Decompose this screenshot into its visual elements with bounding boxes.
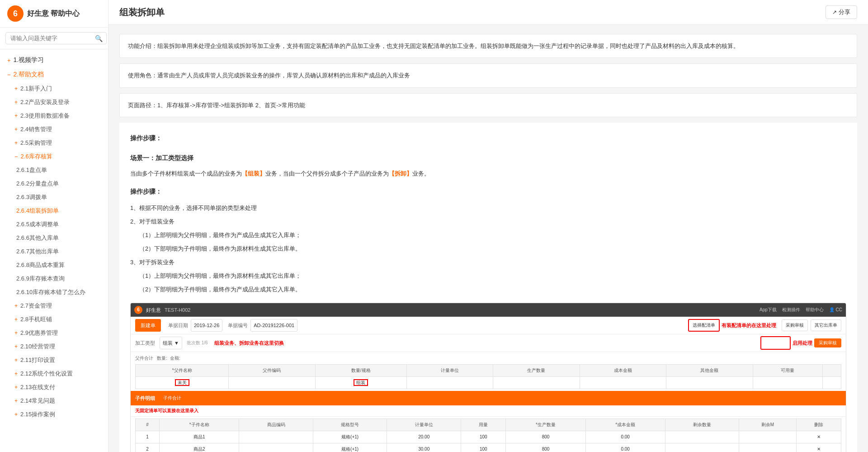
sidebar-leaf-2-6-3[interactable]: 2.6.3调拨单	[0, 190, 108, 204]
sidebar-item-inventory[interactable]: − 2.6库存核算	[0, 150, 108, 163]
ss-topbar: 6 好生意 TEST-H002 App下载 检测插件 帮助中心 👤 CC	[131, 303, 846, 317]
sidebar-leaf-2-6-8[interactable]: 2.6.8商品成本重算	[0, 258, 108, 272]
sub-table-row: 2 商品2 规格(+1) 30.00 100 800 0.00	[136, 443, 841, 452]
sth-remain: 剩余数量	[665, 419, 739, 431]
std-name-1: 商品1	[160, 431, 239, 443]
sidebar-item-docs[interactable]: − 2.帮助文档	[0, 67, 108, 82]
ss-check-plugin: 检测插件	[782, 305, 800, 314]
minus-icon: −	[7, 71, 11, 78]
td-other	[666, 377, 753, 389]
sidebar-item-ops[interactable]: + 2.10经营管理	[0, 340, 108, 353]
ss-btn-approve[interactable]: 采购审核	[782, 319, 808, 331]
sidebar: 6 好生意 帮助中心 🔍 + 1.视频学习 − 2.帮助文档 + 2.1新手入门…	[0, 0, 108, 452]
step2-1: （1）上部明细为父件明细，最终作为产成品生成其它入库单；	[139, 229, 846, 241]
ss-top-table: *父件名称 父件编码 数量/规格 计量单位 生产数量 成本金额 其他金额 可用量	[135, 364, 841, 389]
sidebar-item-faq[interactable]: + 2.14常见问题	[0, 394, 108, 408]
ss-type-select[interactable]: 组装 ▼	[160, 337, 182, 349]
content-block: 操作步骤： 场景一：加工类型选择 当由多个子件材料组装成一个成品的业务为【组装】…	[119, 123, 857, 452]
ss-top-table-label: 父件合计 数量: 金额:	[135, 354, 841, 363]
ss-ann-row: 无固定清单可以直接在这里录入	[131, 405, 846, 417]
std-spec-1: 规格(+1)	[313, 431, 387, 443]
ss-toolbar: 新建单 单据日期 2019-12-26 单据编号 AD-20191226-001…	[131, 317, 846, 334]
th-parent-name: *父件名称	[136, 365, 229, 377]
scene1-desc: 当由多个子件材料组装成一个成品的业务为【组装】业务，当由一个父件拆分成多个子产品…	[130, 168, 846, 180]
sidebar-leaf-2-6-4[interactable]: 2.6.4组装拆卸单	[0, 204, 108, 218]
minus-icon2: −	[14, 153, 18, 160]
sidebar-item-newcomer[interactable]: + 2.1新手入门	[0, 82, 108, 95]
keyword-disassemble: 【拆卸】	[389, 170, 412, 177]
sidebar-item-mobile[interactable]: + 2.8手机旺铺	[0, 313, 108, 326]
sth-cost: *成本金额	[585, 419, 665, 431]
std-cost-1: 0.00	[585, 431, 665, 443]
std-del-2[interactable]: ✕	[796, 443, 841, 452]
std-rem-1	[665, 431, 739, 443]
std-spec-2: 规格(+1)	[313, 443, 387, 452]
ss-template-btn[interactable]: 选择配清单	[688, 319, 720, 332]
sidebar-leaf-2-6-7[interactable]: 2.6.7其他出库单	[0, 245, 108, 258]
sub-plus-icon: +	[14, 113, 18, 119]
plus-icon: +	[7, 57, 11, 64]
ann-label-4: 无固定清单可以直接在这里录入	[135, 408, 198, 413]
step2: 2、对于组装业务	[130, 216, 846, 228]
std-unit-2: 30.00	[387, 443, 461, 452]
ss-btn-other[interactable]: 其它出库单	[811, 319, 841, 331]
th-action	[822, 365, 841, 377]
ss-enable-input[interactable]	[760, 336, 791, 350]
std-del-1[interactable]: ✕	[796, 431, 841, 443]
th-avail: 可用量	[753, 365, 822, 377]
sub-plus-icon7: +	[14, 357, 18, 363]
th-prod-qty: 生产数量	[493, 365, 580, 377]
ss-doc-date[interactable]: 2019-12-26	[191, 319, 222, 332]
sidebar-leaf-2-6-5[interactable]: 2.6.5成本调整单	[0, 218, 108, 231]
sth-pqty: *生产数量	[506, 419, 585, 431]
sidebar-item-payment[interactable]: + 2.13在线支付	[0, 381, 108, 394]
sth-name: *子件名称	[160, 419, 239, 431]
std-code-2	[239, 443, 313, 452]
share-button[interactable]: ↗ 分享	[826, 5, 857, 19]
sidebar-item-purchase[interactable]: + 2.5采购管理	[0, 136, 108, 150]
sidebar-item-print[interactable]: + 2.11打印设置	[0, 353, 108, 367]
sidebar-leaf-2-6-1[interactable]: 2.6.1盘点单	[0, 163, 108, 177]
sth-spec: 规格型号	[313, 419, 387, 431]
td-cost	[580, 377, 666, 389]
breadcrumb-block: 页面路径：1、库存核算->库存管理->组装拆卸单 2、首页->常用功能	[119, 93, 857, 117]
sub-plus-icon9: +	[14, 384, 18, 390]
sidebar-item-video[interactable]: + 1.视频学习	[0, 53, 108, 67]
std-pqty-2: 800	[506, 443, 585, 452]
th-parent-code: 父件编码	[229, 365, 316, 377]
intro-text-1: 功能介绍：组装拆卸单用来处理企业组装或拆卸等加工业务，支持有固定装配清单的产品加…	[128, 43, 739, 49]
step3-2: （2）下部明细为子件明细，最终作为产成品生成其它入库单。	[139, 284, 846, 295]
sidebar-item-cases[interactable]: + 2.15操作案例	[0, 408, 108, 421]
sub-table-header-row: # *子件名称 商品编码 规格型号 计量单位 用量 *生产数量 *成本金额 剩余…	[136, 419, 841, 431]
sub-plus-icon3: +	[14, 303, 18, 309]
sidebar-item-sales[interactable]: + 2.4销售管理	[0, 123, 108, 136]
sub-plus-icon11: +	[14, 411, 18, 418]
ss-save-btn[interactable]: 采购审核	[814, 338, 841, 347]
ss-doc-number[interactable]: AD-20191226-001	[250, 319, 297, 332]
sidebar-leaf-2-6-9[interactable]: 2.6.9库存账本查询	[0, 272, 108, 285]
sidebar-header: 6 好生意 帮助中心	[0, 0, 108, 28]
sidebar-item-install[interactable]: + 2.2产品安装及登录	[0, 95, 108, 109]
sidebar-leaf-2-6-10[interactable]: 2.6.10库存账本错了怎么办	[0, 285, 108, 299]
td-pqty	[493, 377, 580, 389]
logo-title: 好生意 帮助中心	[27, 9, 80, 19]
search-input[interactable]	[5, 32, 107, 44]
sidebar-item-dataprep[interactable]: + 2.3使用前数据准备	[0, 109, 108, 123]
ss-logo: 6	[134, 306, 142, 314]
ss-ann-template: 选择配清单 有装配清单的在这里处理	[688, 319, 776, 332]
step3: 3、对于拆装业务	[130, 257, 846, 268]
intro-block-1: 功能介绍：组装拆卸单用来处理企业组装或拆卸等加工业务，支持有固定装配清单的产品加…	[119, 34, 857, 58]
sidebar-leaf-2-6-2[interactable]: 2.6.2分量盘点单	[0, 177, 108, 190]
sidebar-item-coupon[interactable]: + 2.9优惠券管理	[0, 326, 108, 340]
sidebar-item-finance[interactable]: + 2.7资金管理	[0, 299, 108, 313]
ss-tab-new[interactable]: 新建单	[135, 319, 161, 332]
sub-plus-icon6: +	[14, 343, 18, 350]
ann-label-1: 有装配清单的在这里处理	[722, 320, 776, 330]
sidebar-item-personalize[interactable]: + 2.12系统个性化设置	[0, 367, 108, 381]
ss-enable-area: 启用处理 采购审核	[760, 336, 841, 350]
std-name-2: 商品2	[160, 443, 239, 452]
th-spec: 数量/规格	[315, 365, 406, 377]
sth-remainm: 剩余M	[739, 419, 796, 431]
search-button[interactable]: 🔍	[95, 35, 103, 42]
sidebar-leaf-2-6-6[interactable]: 2.6.6其他入库单	[0, 231, 108, 245]
